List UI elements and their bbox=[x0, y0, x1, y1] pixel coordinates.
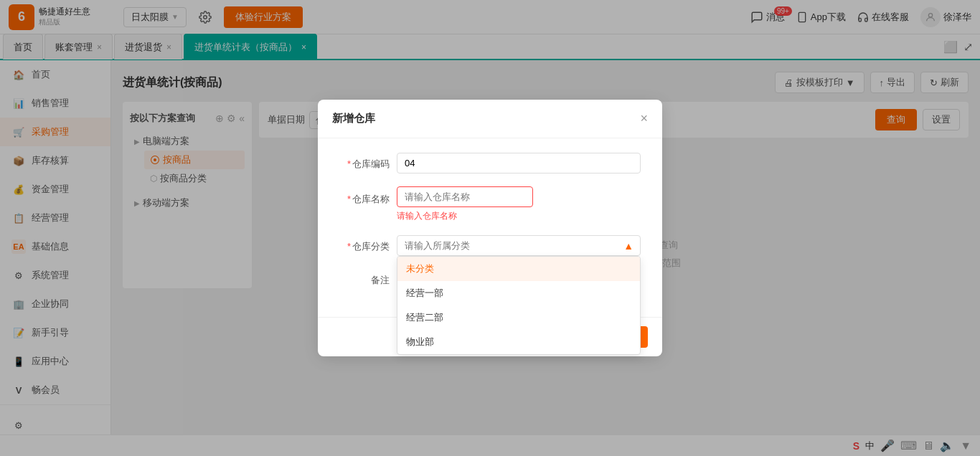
modal-close-button[interactable]: × bbox=[640, 111, 648, 126]
code-label: 仓库编码 bbox=[339, 153, 390, 171]
code-input[interactable] bbox=[397, 153, 641, 174]
category-dropdown-arrow-icon[interactable]: ▲ bbox=[623, 240, 633, 252]
note-label: 备注 bbox=[339, 269, 390, 287]
form-row-category: 仓库分类 ▲ 未分类 经营一部 经营二部 物业部 bbox=[339, 235, 641, 256]
category-input-wrap: ▲ 未分类 经营一部 经营二部 物业部 bbox=[397, 235, 641, 256]
modal-add-warehouse: 新增仓库 × 仓库编码 仓库名称 请输入仓库名称 仓库分类 bbox=[318, 100, 662, 356]
modal-body: 仓库编码 仓库名称 请输入仓库名称 仓库分类 ▲ bbox=[318, 138, 662, 317]
form-row-name: 仓库名称 请输入仓库名称 bbox=[339, 186, 641, 222]
form-row-code: 仓库编码 bbox=[339, 153, 641, 174]
dropdown-option-uncategorized[interactable]: 未分类 bbox=[397, 257, 640, 281]
dropdown-option-dept1[interactable]: 经营一部 bbox=[397, 281, 640, 305]
name-input[interactable] bbox=[397, 186, 533, 207]
dropdown-option-dept2[interactable]: 经营二部 bbox=[397, 305, 640, 330]
modal-title: 新增仓库 bbox=[332, 112, 375, 125]
dropdown-option-property[interactable]: 物业部 bbox=[397, 330, 640, 354]
name-error-msg: 请输入仓库名称 bbox=[397, 211, 457, 221]
modal-overlay: 新增仓库 × 仓库编码 仓库名称 请输入仓库名称 仓库分类 bbox=[0, 0, 980, 456]
category-dropdown-list: 未分类 经营一部 经营二部 物业部 bbox=[397, 256, 641, 355]
category-input[interactable] bbox=[397, 235, 641, 256]
modal-header: 新增仓库 × bbox=[318, 100, 662, 138]
name-label: 仓库名称 bbox=[339, 188, 390, 206]
category-label: 仓库分类 bbox=[339, 235, 390, 253]
